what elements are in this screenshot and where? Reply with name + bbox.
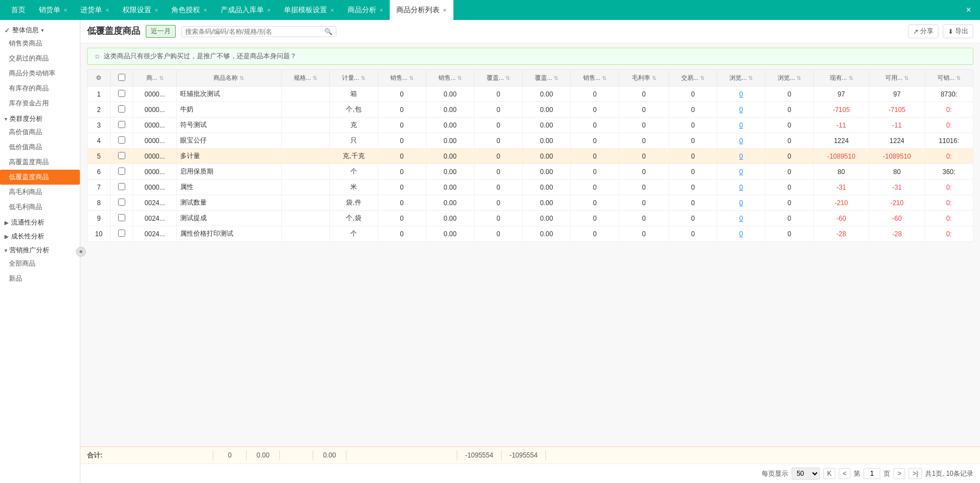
row-browse1[interactable]: 0 [717, 118, 765, 133]
col-cover2[interactable]: 覆盖... ⇅ [523, 70, 571, 87]
sidebar-item-category-rate[interactable]: 商品分类动销率 [0, 66, 80, 81]
row-browse1[interactable]: 0 [717, 195, 765, 211]
row-checkbox[interactable] [110, 149, 133, 164]
col-sellable[interactable]: 可销... ⇅ [925, 70, 973, 87]
col-checkbox[interactable] [110, 70, 133, 87]
sidebar-section-quality[interactable]: ▾ 类群度分析 [0, 111, 80, 125]
sidebar-item-low-margin[interactable]: 低毛利商品 [0, 200, 80, 215]
row-browse1[interactable]: 0 [717, 211, 765, 226]
search-box[interactable]: 🔍 [181, 26, 336, 37]
nav-tab-analysis[interactable]: 商品分析 × [341, 0, 390, 20]
col-browse2[interactable]: 浏览... ⇅ [765, 70, 814, 87]
col-gross-margin[interactable]: 毛利率 ⇅ [619, 70, 669, 87]
row-select-checkbox[interactable] [118, 90, 125, 97]
sidebar-item-high-value[interactable]: 高价值商品 [0, 125, 80, 140]
row-checkbox[interactable] [110, 87, 133, 102]
export-button[interactable]: ⬇ 导出 [943, 24, 973, 38]
sidebar-item-stock-capital[interactable]: 库存资金占用 [0, 96, 80, 111]
nav-tab-purchase[interactable]: 进货单 × [74, 0, 115, 20]
row-checkbox[interactable] [110, 211, 133, 226]
sidebar-collapse-btn[interactable]: « [76, 247, 86, 257]
close-icon[interactable]: × [105, 0, 109, 20]
nav-tab-templates[interactable]: 单据模板设置 × [277, 0, 340, 20]
nav-tab-home[interactable]: 首页 [4, 0, 32, 20]
close-icon[interactable]: × [443, 0, 446, 20]
sidebar-item-low-coverage[interactable]: 低覆盖度商品 [0, 170, 80, 185]
nav-tab-sales[interactable]: 销货单 × [32, 0, 74, 20]
row-select-checkbox[interactable] [118, 167, 125, 175]
col-settings[interactable]: ⚙ [88, 70, 111, 87]
row-checkbox[interactable] [110, 118, 133, 133]
row-browse1[interactable]: 0 [717, 149, 765, 164]
share-button[interactable]: ↗ 分享 [908, 24, 938, 38]
sidebar-item-high-margin[interactable]: 高毛利商品 [0, 185, 80, 200]
row-browse1[interactable]: 0 [717, 87, 765, 102]
next-page-btn[interactable]: > [894, 468, 905, 479]
row-select-checkbox[interactable] [118, 136, 125, 144]
sidebar-section-overall[interactable]: ✓ 整体信息 ▾ [0, 22, 80, 36]
last-page-btn[interactable]: >| [908, 468, 922, 479]
row-select-checkbox[interactable] [118, 214, 125, 221]
row-select-checkbox[interactable] [118, 152, 125, 159]
sidebar-item-high-coverage[interactable]: 高覆盖度商品 [0, 155, 80, 170]
close-icon[interactable]: × [330, 0, 334, 20]
row-checkbox[interactable] [110, 133, 133, 149]
row-checkbox[interactable] [110, 102, 133, 118]
first-page-btn[interactable]: K [823, 468, 835, 479]
close-icon[interactable]: × [267, 0, 270, 20]
col-spec[interactable]: 规格... ⇅ [281, 70, 329, 87]
col-unit[interactable]: 计量... ⇅ [329, 70, 377, 87]
row-select-checkbox[interactable] [118, 230, 125, 237]
select-all-checkbox[interactable] [118, 74, 125, 81]
row-select-checkbox[interactable] [118, 199, 125, 206]
row-available: -7105 [869, 102, 925, 118]
current-page-input[interactable] [864, 468, 880, 479]
sidebar-section-growth[interactable]: ▶ 成长性分析 [0, 228, 80, 242]
row-select-checkbox[interactable] [118, 183, 125, 190]
row-cover2: 0.00 [523, 164, 571, 180]
col-current[interactable]: 现有... ⇅ [814, 70, 869, 87]
sidebar-item-in-stock[interactable]: 有库存的商品 [0, 81, 80, 96]
row-browse1[interactable]: 0 [717, 164, 765, 180]
sidebar-item-traded-goods[interactable]: 交易过的商品 [0, 51, 80, 66]
col-sales-qty[interactable]: 销售... ⇅ [377, 70, 426, 87]
page-size-select[interactable]: 50 20 100 200 [792, 467, 820, 480]
col-cover1[interactable]: 覆盖... ⇅ [474, 70, 523, 87]
col-name[interactable]: 商品名称 ⇅ [176, 70, 281, 87]
row-checkbox[interactable] [110, 226, 133, 242]
col-code[interactable]: 商... ⇅ [133, 70, 176, 87]
col-trade[interactable]: 交易... ⇅ [669, 70, 717, 87]
sidebar-section-flow[interactable]: ▶ 流通性分析 [0, 215, 80, 228]
nav-tab-products[interactable]: 产成品入库单 × [214, 0, 277, 20]
close-icon[interactable]: × [203, 0, 207, 20]
col-browse1[interactable]: 浏览... ⇅ [717, 70, 765, 87]
sidebar-item-low-value[interactable]: 低价值商品 [0, 140, 80, 155]
nav-close-btn[interactable]: × [962, 5, 976, 15]
period-button[interactable]: 近一月 [146, 25, 176, 38]
sidebar-section-marketing[interactable]: ▾ 营销推广分析 [0, 242, 80, 256]
row-browse1[interactable]: 0 [717, 180, 765, 195]
nav-tab-permissions[interactable]: 权限设置 × [116, 0, 165, 20]
search-input[interactable] [185, 28, 324, 35]
row-select-checkbox[interactable] [118, 121, 125, 128]
close-icon[interactable]: × [64, 0, 67, 20]
sidebar-item-sales-goods[interactable]: 销售类商品 [0, 36, 80, 51]
col-sales-amt[interactable]: 销售... ⇅ [426, 70, 474, 87]
sidebar-item-new-goods[interactable]: 新品 [0, 271, 80, 286]
row-browse1[interactable]: 0 [717, 133, 765, 149]
row-checkbox[interactable] [110, 180, 133, 195]
nav-tab-roles[interactable]: 角色授权 × [165, 0, 213, 20]
row-checkbox[interactable] [110, 164, 133, 180]
close-icon[interactable]: × [380, 0, 383, 20]
row-select-checkbox[interactable] [118, 105, 125, 113]
nav-tab-analysis-list[interactable]: 商品分析列表 × [390, 0, 453, 20]
col-available[interactable]: 可用... ⇅ [869, 70, 925, 87]
row-checkbox[interactable] [110, 195, 133, 211]
sidebar-item-all-goods[interactable]: 全部商品 [0, 256, 80, 271]
col-sales3[interactable]: 销售... ⇅ [571, 70, 619, 87]
row-browse1[interactable]: 0 [717, 226, 765, 242]
close-icon[interactable]: × [155, 0, 158, 20]
row-sales-qty: 0 [377, 102, 426, 118]
row-browse1[interactable]: 0 [717, 102, 765, 118]
prev-page-btn[interactable]: < [839, 468, 850, 479]
